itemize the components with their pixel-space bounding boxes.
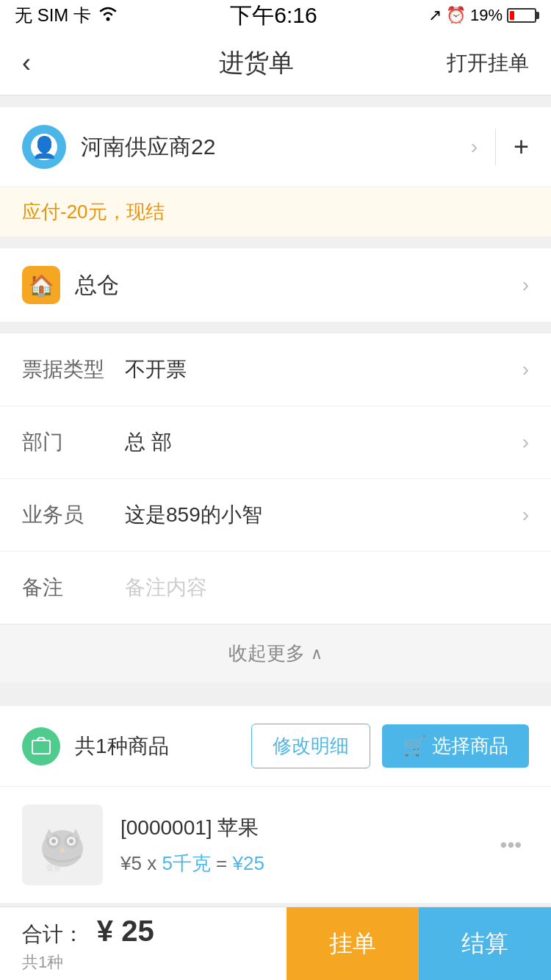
product-more-button[interactable]: ••• (493, 826, 529, 864)
collapse-arrow-icon: ∧ (311, 644, 323, 663)
house-icon: 🏠 (29, 273, 54, 298)
total-amount: ¥ 25 (97, 915, 154, 947)
product-header-icon (22, 727, 60, 765)
warehouse-chevron-icon: › (522, 273, 529, 297)
product-price: ¥5 x 5千克 = ¥25 (120, 851, 493, 876)
back-button[interactable]: ‹ (22, 48, 66, 79)
remark-label: 备注 (22, 574, 110, 602)
invoice-type-chevron-icon: › (522, 358, 529, 381)
department-label: 部门 (22, 428, 110, 456)
person-icon: 👤 (32, 135, 57, 159)
battery-percent: 19% (470, 6, 503, 25)
product-count: 共1种商品 (75, 732, 251, 760)
warehouse-card: 🏠 总仓 › (0, 248, 551, 322)
svg-rect-1 (32, 741, 50, 754)
cart-add-icon: 🛒 (403, 735, 426, 757)
alarm-icon: ⏰ (446, 6, 466, 25)
status-left: 无 SIM 卡 (15, 4, 119, 27)
department-chevron-icon: › (522, 430, 529, 454)
location-icon: ↗ (428, 6, 442, 25)
warehouse-icon: 🏠 (22, 266, 60, 304)
spacer-4 (0, 682, 551, 694)
product-info: [0000001] 苹果 ¥5 x 5千克 = ¥25 (120, 814, 493, 876)
svg-text:督查: 督查 (46, 864, 61, 872)
svg-point-0 (107, 18, 110, 21)
warehouse-row[interactable]: 🏠 总仓 › (0, 248, 551, 322)
salesperson-value: 这是859的小智 (110, 501, 522, 529)
remark-row[interactable]: 备注 备注内容 (0, 552, 551, 624)
owl-logo-icon: 督查 (33, 815, 92, 874)
hang-order-button[interactable]: 挂单 (287, 907, 419, 981)
bottom-bar: 合计： ¥ 25 共1种 挂单 结算 (0, 907, 551, 980)
department-row[interactable]: 部门 总 部 › (0, 406, 551, 479)
salesperson-chevron-icon: › (522, 503, 529, 527)
svg-point-8 (69, 839, 73, 843)
invoice-type-value: 不开票 (110, 356, 522, 383)
collapse-label: 收起更多 (228, 641, 305, 666)
checkout-button[interactable]: 结算 (419, 907, 551, 981)
supplier-card: 👤 河南供应商22 › + 应付-20元，现结 (0, 107, 551, 237)
product-name: [0000001] 苹果 (120, 814, 493, 842)
divider (495, 129, 496, 165)
status-right: ↗ ⏰ 19% (428, 6, 536, 25)
status-time: 下午6:16 (230, 1, 317, 31)
salesperson-row[interactable]: 业务员 这是859的小智 › (0, 479, 551, 552)
chevron-right-icon: › (471, 135, 478, 159)
department-value: 总 部 (110, 428, 522, 456)
status-bar: 无 SIM 卡 下午6:16 ↗ ⏰ 19% (0, 0, 551, 31)
supplier-row[interactable]: 👤 河南供应商22 › + (0, 107, 551, 187)
product-header: 共1种商品 修改明细 🛒 选择商品 (0, 706, 551, 787)
unit-price: ¥5 x (120, 852, 162, 874)
spacer-2 (0, 237, 551, 248)
battery-icon (507, 8, 536, 23)
add-supplier-button[interactable]: + (514, 131, 529, 162)
nav-bar: ‹ 进货单 打开挂单 (0, 31, 551, 96)
product-item: 督查 [0000001] 苹果 ¥5 x 5千克 = ¥25 ••• (0, 787, 551, 903)
wifi-icon (97, 5, 119, 26)
supplier-avatar: 👤 (22, 125, 66, 169)
total-label: 合计： (22, 923, 84, 945)
select-product-button[interactable]: 🛒 选择商品 (382, 724, 529, 768)
spacer-1 (0, 96, 551, 107)
form-section: 票据类型 不开票 › 部门 总 部 › 业务员 这是859的小智 › 备注 备注… (0, 334, 551, 624)
equals: = (216, 852, 232, 874)
salesperson-label: 业务员 (22, 501, 110, 529)
total-price: ¥25 (233, 852, 264, 874)
warning-text: 应付-20元，现结 (22, 201, 165, 223)
supplier-name: 河南供应商22 (81, 132, 471, 162)
total-row: 合计： ¥ 25 (22, 915, 264, 948)
total-section: 合计： ¥ 25 共1种 (0, 915, 287, 973)
page-title: 进货单 (219, 46, 294, 80)
warning-banner: 应付-20元，现结 (0, 187, 551, 237)
product-thumbnail: 督查 (22, 804, 103, 885)
product-title: 苹果 (217, 816, 259, 839)
invoice-type-label: 票据类型 (22, 356, 110, 383)
warehouse-name: 总仓 (75, 270, 522, 300)
collapse-button[interactable]: 收起更多 ∧ (0, 624, 551, 682)
total-count: 共1种 (22, 951, 264, 973)
avatar-inner: 👤 (31, 134, 57, 160)
svg-point-7 (51, 839, 56, 843)
cart-icon (29, 735, 53, 758)
quantity: 5千克 (162, 852, 210, 874)
select-product-label: 选择商品 (432, 733, 508, 759)
remark-value: 备注内容 (110, 574, 529, 602)
spacer-3 (0, 322, 551, 334)
product-id: [0000001] (120, 816, 217, 839)
edit-detail-button[interactable]: 修改明细 (251, 724, 370, 768)
invoice-type-row[interactable]: 票据类型 不开票 › (0, 334, 551, 406)
open-pending-button[interactable]: 打开挂单 (447, 49, 529, 77)
carrier-label: 无 SIM 卡 (15, 4, 91, 27)
